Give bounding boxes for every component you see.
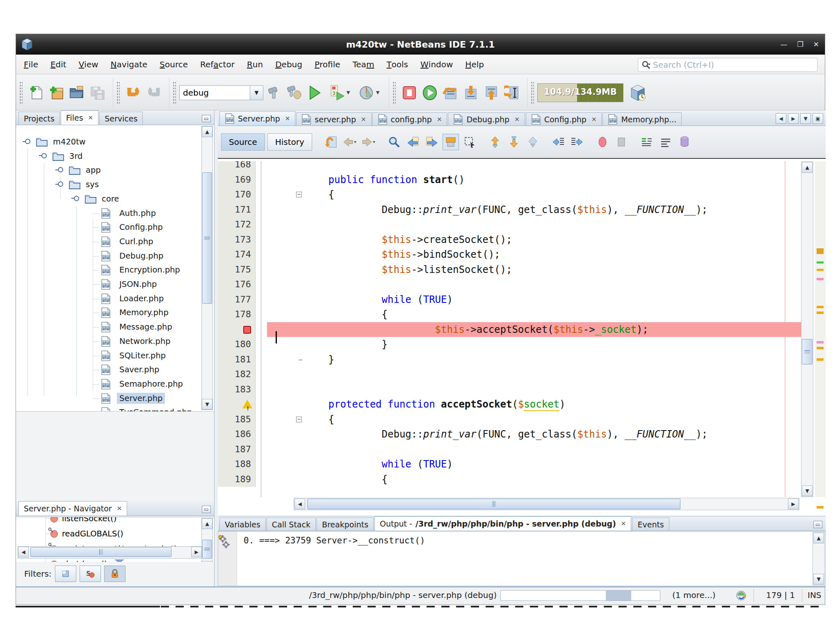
line-number-gutter[interactable]: [218, 322, 256, 337]
previous-bookmark-icon[interactable]: [487, 134, 503, 150]
tab-variables[interactable]: Variables: [219, 518, 266, 531]
tree-expand-handle[interactable]: [74, 196, 79, 201]
tree-file-row[interactable]: phpCurl.php: [16, 235, 201, 249]
filter-static-button[interactable]: S: [80, 566, 101, 582]
error-stripe-mark[interactable]: [817, 341, 824, 344]
code-line[interactable]: 173 $this->createSocket();: [218, 232, 801, 247]
tree-file-row[interactable]: phpAuth.php: [16, 206, 201, 220]
minimize-panel-icon[interactable]: ▭: [202, 115, 211, 122]
debug-project-button[interactable]: 3 ▼: [325, 82, 354, 103]
code-line[interactable]: protected function acceptSocket($socket): [218, 397, 801, 412]
tree-file-row[interactable]: phpTvsCommand.php: [16, 405, 201, 412]
warning-icon[interactable]: [242, 400, 252, 408]
tree-folder-row[interactable]: sys: [16, 178, 201, 192]
code-line[interactable]: 186 Debug::print_var(FUNC, get_class($th…: [218, 427, 801, 442]
start-macro-recording-icon[interactable]: [613, 134, 630, 150]
minimize-panel-icon[interactable]: ▭: [813, 521, 822, 528]
code-line[interactable]: 188 while (TRUE): [218, 457, 801, 472]
line-number-gutter[interactable]: 169: [218, 172, 256, 188]
forward-icon[interactable]: [361, 134, 377, 150]
find-previous-icon[interactable]: [405, 134, 421, 150]
tree-item-label[interactable]: core: [99, 193, 121, 204]
stop-macro-recording-icon[interactable]: [594, 134, 611, 150]
insert-code-snippet-icon[interactable]: [676, 134, 693, 150]
close-icon[interactable]: ✕: [591, 116, 597, 123]
new-file-button[interactable]: [26, 82, 46, 103]
tree-expand-handle[interactable]: [25, 139, 30, 144]
tab-breakpoints[interactable]: Breakpoints: [317, 518, 374, 531]
line-number-gutter[interactable]: 181: [218, 352, 256, 367]
code-line[interactable]: 172: [218, 217, 801, 232]
tree-folder-row[interactable]: core: [16, 192, 201, 206]
code-line[interactable]: 178 {: [218, 307, 801, 322]
restore-button[interactable]: ❐: [797, 40, 803, 48]
new-project-button[interactable]: [46, 82, 67, 103]
scroll-right-icon[interactable]: ▶: [788, 499, 799, 509]
scroll-left-icon[interactable]: ◀: [18, 547, 29, 557]
scroll-up-icon[interactable]: ▲: [813, 533, 824, 543]
save-all-button[interactable]: [87, 82, 108, 103]
line-number-gutter[interactable]: 185: [218, 412, 256, 427]
close-icon[interactable]: ✕: [437, 116, 442, 123]
close-icon[interactable]: ✕: [117, 505, 122, 512]
step-over-button[interactable]: [440, 82, 461, 103]
editor-tab-config-php[interactable]: phpconfig.php✕: [372, 112, 447, 126]
line-number-gutter[interactable]: 177: [218, 292, 256, 307]
error-stripe-mark[interactable]: [817, 248, 824, 254]
tree-item-label[interactable]: Memory.php: [117, 307, 171, 318]
breakpoint-icon[interactable]: [243, 326, 251, 334]
finish-debugger-button[interactable]: [399, 82, 420, 103]
minimize-button[interactable]: —: [781, 40, 788, 48]
tree-file-row[interactable]: phpMemory.php: [16, 306, 201, 320]
error-stripe-mark[interactable]: [817, 312, 824, 314]
line-number-gutter[interactable]: 168: [218, 161, 256, 172]
tree-file-row[interactable]: phpConfig.php: [16, 220, 201, 234]
navigator-method-label[interactable]: readGLOBALS(): [62, 529, 123, 538]
menu-file[interactable]: File: [18, 55, 44, 74]
tree-item-label[interactable]: SQLiter.php: [117, 350, 168, 361]
line-number-gutter[interactable]: 180: [218, 337, 256, 352]
tab-events[interactable]: Events: [632, 518, 669, 531]
tree-file-row[interactable]: phpEncryption.php: [16, 263, 201, 277]
fold-collapse-icon[interactable]: −: [296, 192, 302, 197]
close-button[interactable]: ✕: [813, 40, 819, 48]
error-stripe[interactable]: [815, 161, 826, 497]
navigator-method-row[interactable]: readGLOBALS(): [16, 526, 201, 541]
navigator-hscrollbar[interactable]: ◀ ▶: [18, 546, 202, 559]
scroll-tabs-right-icon[interactable]: ▶: [788, 113, 799, 124]
clean-build-button[interactable]: [284, 82, 304, 103]
editor-tab-server-php[interactable]: phpServer.php✕: [219, 111, 295, 126]
editor-vscrollbar[interactable]: ▲ ▼: [801, 161, 813, 497]
menu-help[interactable]: Help: [459, 55, 490, 74]
online-status-icon[interactable]: [736, 590, 747, 601]
output-window[interactable]: 0. ===> 23759 Server->__construct() ▲ ▼: [218, 531, 826, 586]
editor-tab-server-php[interactable]: phpserver.php✕: [296, 112, 371, 126]
tree-item-label[interactable]: Network.php: [117, 336, 173, 347]
shift-right-icon[interactable]: [569, 134, 585, 150]
menu-refactor[interactable]: Refactor: [194, 55, 241, 74]
filter-non-public-button[interactable]: [104, 566, 126, 582]
tree-item-label[interactable]: Debug.php: [117, 250, 166, 261]
menu-team[interactable]: Team: [347, 55, 381, 74]
error-stripe-mark[interactable]: [817, 278, 824, 280]
tree-item-label[interactable]: Encryption.php: [117, 264, 183, 275]
menu-debug[interactable]: Debug: [269, 55, 308, 74]
tree-item-label[interactable]: Auth.php: [117, 208, 158, 219]
minimize-panel-icon[interactable]: ▭: [202, 506, 211, 513]
error-stripe-mark[interactable]: [817, 306, 824, 308]
menu-navigate[interactable]: Navigate: [105, 55, 154, 74]
error-stripe-mark[interactable]: [817, 261, 824, 263]
tree-item-label[interactable]: Server.php: [117, 393, 165, 404]
fold-collapse-icon[interactable]: −: [296, 417, 302, 422]
redo-button[interactable]: [144, 82, 164, 103]
tree-item-label[interactable]: 3rd: [67, 151, 85, 162]
code-line[interactable]: 169 public function start(): [218, 172, 801, 188]
tree-file-row[interactable]: phpDebug.php: [16, 249, 201, 263]
error-stripe-mark[interactable]: [817, 347, 824, 349]
scroll-down-icon[interactable]: ▼: [202, 399, 212, 410]
scroll-left-icon[interactable]: ◀: [294, 499, 305, 509]
code-line[interactable]: 170− {: [218, 187, 801, 202]
line-number-gutter[interactable]: 173: [218, 232, 256, 247]
menu-run[interactable]: Run: [241, 55, 269, 74]
code-line[interactable]: 181 }: [218, 352, 801, 367]
